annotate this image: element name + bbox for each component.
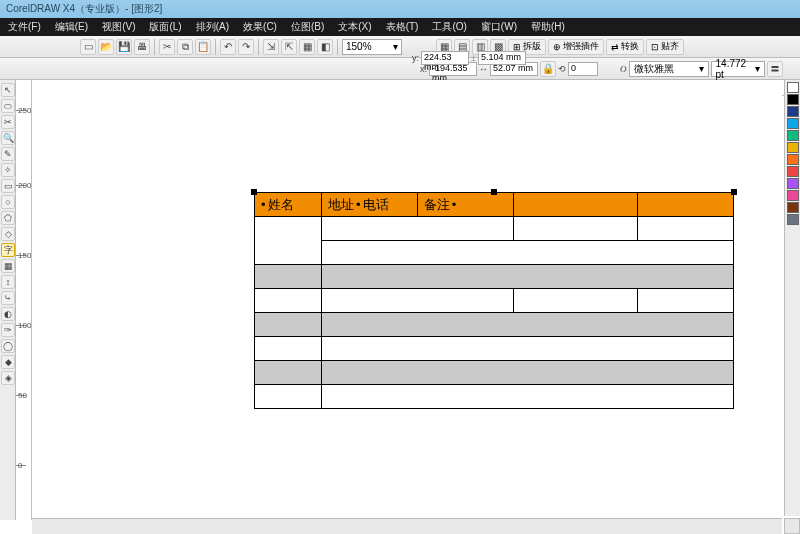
selection-handle[interactable] [491,189,497,195]
paste-icon[interactable]: 📋 [195,39,211,55]
color-swatch[interactable] [787,214,799,225]
dropdown-icon: ▾ [393,41,398,52]
menu-effects[interactable]: 效果(C) [243,20,277,34]
menu-table[interactable]: 表格(T) [386,20,419,34]
action-snap[interactable]: ⊡贴齐 [646,39,684,55]
selection-handle[interactable] [731,189,737,195]
rotate-field[interactable]: 0 [568,62,598,76]
redo-icon[interactable]: ↷ [238,39,254,55]
horizontal-scrollbar[interactable] [32,518,782,534]
outline-tool-icon[interactable]: ◯ [1,339,15,353]
import-icon[interactable]: ⇲ [263,39,279,55]
font-icon: O [620,64,627,74]
open-icon[interactable]: 📂 [98,39,114,55]
color-swatch[interactable] [787,166,799,177]
menu-arrange[interactable]: 排列(A) [196,20,229,34]
menubar: 文件(F) 编辑(E) 视图(V) 版面(L) 排列(A) 效果(C) 位图(B… [0,18,800,36]
dropdown-icon: ▾ [699,63,704,74]
menu-file[interactable]: 文件(F) [8,20,41,34]
separator [215,39,216,55]
toolbar-standard: ▭ 📂 💾 🖶 ✂ ⧉ 📋 ↶ ↷ ⇲ ⇱ ▦ ◧ 150%▾ ▦ ▤ ▥ ▩ … [0,36,800,58]
ellipse-tool-icon[interactable]: ○ [1,195,15,209]
crop-tool-icon[interactable]: ✂ [1,115,15,129]
vertical-ruler: 250200150100500 [16,80,32,520]
table-row[interactable] [255,217,734,241]
y-label: y: [412,53,419,63]
undo-icon[interactable]: ↶ [220,39,236,55]
new-icon[interactable]: ▭ [80,39,96,55]
rotate-label: ⟲ [558,64,566,74]
style-icon[interactable]: 〓 [767,61,783,77]
color-palette [784,80,800,516]
interactive-fill-icon[interactable]: ◈ [1,371,15,385]
color-swatch[interactable] [787,94,799,105]
menu-help[interactable]: 帮助(H) [531,20,565,34]
color-swatch[interactable] [787,178,799,189]
menu-view[interactable]: 视图(V) [102,20,135,34]
action-plugin[interactable]: ⊕增强插件 [548,39,604,55]
header-name: 姓名 [268,197,294,212]
menu-text[interactable]: 文本(X) [338,20,371,34]
connector-tool-icon[interactable]: ⤷ [1,291,15,305]
selection-handle[interactable] [251,189,257,195]
scrollbar-corner [784,518,800,534]
menu-layout[interactable]: 版面(L) [149,20,181,34]
color-swatch[interactable] [787,118,799,129]
table-row[interactable] [255,241,734,265]
table-row[interactable] [255,265,734,289]
fill-tool-icon[interactable]: ◆ [1,355,15,369]
table-row[interactable] [255,313,734,337]
color-swatch[interactable] [787,82,799,93]
copy-icon[interactable]: ⧉ [177,39,193,55]
data-table[interactable]: •姓名 地址•电话 备注• [254,192,734,409]
table-header-row[interactable]: •姓名 地址•电话 备注• [255,193,734,217]
color-swatch[interactable] [787,106,799,117]
smart-tool-icon[interactable]: ✧ [1,163,15,177]
zoom-tool-icon[interactable]: 🔍 [1,131,15,145]
effects-tool-icon[interactable]: ◐ [1,307,15,321]
fontsize-combo[interactable]: 14.772 pt▾ [711,61,765,77]
action-convert[interactable]: ⇄转换 [606,39,644,55]
export-icon[interactable]: ⇱ [281,39,297,55]
canvas[interactable]: •姓名 地址•电话 备注• [32,80,782,516]
save-icon[interactable]: 💾 [116,39,132,55]
color-swatch[interactable] [787,154,799,165]
y-field[interactable]: 224.53 mm [421,51,469,65]
table-object[interactable]: •姓名 地址•电话 备注• [254,192,734,409]
table-row[interactable] [255,337,734,361]
app-icon[interactable]: ◧ [317,39,333,55]
color-swatch[interactable] [787,142,799,153]
lock-icon[interactable]: 🔒 [540,61,556,77]
menu-bitmap[interactable]: 位图(B) [291,20,324,34]
pick-tool-icon[interactable]: ↖ [1,83,15,97]
polygon-tool-icon[interactable]: ⬠ [1,211,15,225]
header-phone: 电话 [363,197,389,212]
table-row[interactable] [255,289,734,313]
toolbox: ↖ ⬭ ✂ 🔍 ✎ ✧ ▭ ○ ⬠ ◇ 字 ▦ ↕ ⤷ ◐ ✑ ◯ ◆ ◈ [0,80,16,520]
print-icon[interactable]: 🖶 [134,39,150,55]
toolbar-property: x: -194.535 mm ↔ 52.07 mm 🔒 ⟲ 0 O 微软雅黑▾ … [0,58,800,80]
w-label: ↔ [479,64,488,74]
separator [258,39,259,55]
color-swatch[interactable] [787,202,799,213]
menu-tools[interactable]: 工具(O) [432,20,466,34]
menu-window[interactable]: 窗口(W) [481,20,517,34]
dimension-tool-icon[interactable]: ↕ [1,275,15,289]
color-swatch[interactable] [787,190,799,201]
cut-icon[interactable]: ✂ [159,39,175,55]
font-combo[interactable]: 微软雅黑▾ [629,61,709,77]
table-row[interactable] [255,385,734,409]
table-tool-icon[interactable]: ▦ [1,259,15,273]
h-field[interactable]: 5.104 mm [478,51,526,65]
zoom-combo[interactable]: 150%▾ [342,39,402,55]
basic-shapes-icon[interactable]: ◇ [1,227,15,241]
freehand-tool-icon[interactable]: ✎ [1,147,15,161]
launch-icon[interactable]: ▦ [299,39,315,55]
shape-tool-icon[interactable]: ⬭ [1,99,15,113]
table-row[interactable] [255,361,734,385]
color-swatch[interactable] [787,130,799,141]
eyedropper-tool-icon[interactable]: ✑ [1,323,15,337]
rectangle-tool-icon[interactable]: ▭ [1,179,15,193]
text-tool-icon[interactable]: 字 [1,243,15,257]
menu-edit[interactable]: 编辑(E) [55,20,88,34]
